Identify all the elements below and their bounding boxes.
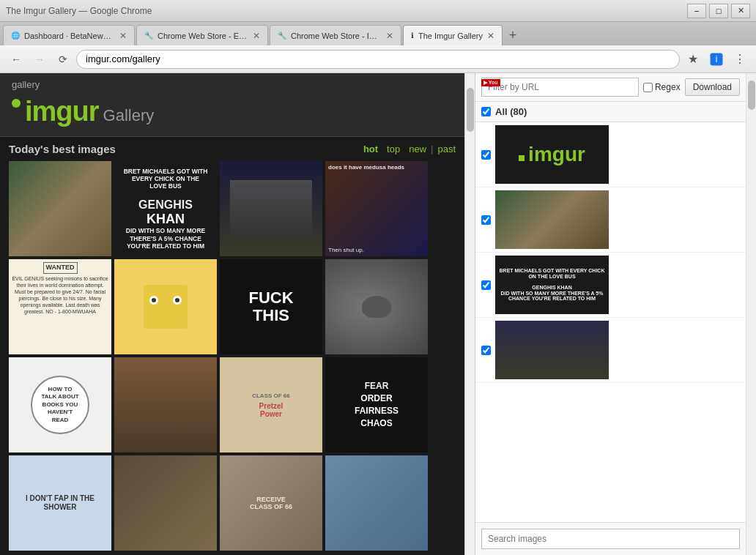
- nav-top[interactable]: top: [387, 144, 400, 154]
- download-button[interactable]: Download: [685, 78, 740, 96]
- nav-new[interactable]: new: [409, 144, 426, 154]
- menu-icon[interactable]: ⋮: [730, 49, 750, 70]
- tab-webstore1[interactable]: 🔧 Chrome Web Store - Exten... ✕: [136, 25, 268, 45]
- tab-bar: 🌐 Dashboard · BetaNews — ✕ 🔧 Chrome Web …: [0, 22, 756, 45]
- image-checkbox[interactable]: [481, 150, 491, 160]
- page-scrollbar[interactable]: [464, 73, 475, 555]
- window-title: The Imgur Gallery — Google Chrome: [6, 6, 152, 16]
- regex-text: Regex: [655, 82, 681, 92]
- imgur-main-page: gallery imgur Gallery Today's best image…: [0, 73, 464, 555]
- tab-icon: 🔧: [144, 31, 153, 40]
- ext-image-thumb-imgur: imgur: [495, 125, 609, 184]
- nav-past[interactable]: past: [437, 144, 456, 154]
- grid-cell-paris[interactable]: [325, 455, 428, 551]
- nav-hot[interactable]: hot: [363, 144, 378, 154]
- ext-image-row-genghis[interactable]: BRET MICHAELS GOT WITH EVERY CHICK ON TH…: [475, 253, 746, 318]
- regex-checkbox[interactable]: [643, 83, 653, 92]
- nav-separator: |: [431, 144, 433, 154]
- tab-label: Chrome Web Store - Exten...: [158, 31, 248, 40]
- imgur-logo-text: imgur: [12, 96, 99, 127]
- search-images-input[interactable]: [481, 529, 740, 549]
- tab-icon: ℹ: [411, 31, 414, 40]
- ext-image-thumb-concert: ▶ You: [495, 321, 609, 379]
- imgur-logo-dot: [12, 99, 21, 108]
- grid-cell-game[interactable]: does it have medusa heads Then shut up.: [325, 161, 428, 256]
- ext-image-row-imgur[interactable]: imgur: [475, 122, 746, 187]
- minimize-button[interactable]: −: [687, 4, 706, 18]
- tab-label: Dashboard · BetaNews —: [24, 31, 115, 40]
- section-title: Today's best images: [9, 143, 116, 155]
- grid-cell-shower[interactable]: I DON'T FAP IN THE SHOWER: [9, 455, 111, 551]
- all-checkbox[interactable]: [481, 107, 491, 116]
- grid-cell-genghis[interactable]: BRET MICHAELS GOT WITHEVERY CHICK ON THE…: [114, 161, 217, 256]
- tab-label: The Imgur Gallery: [418, 31, 483, 40]
- page-content: gallery imgur Gallery Today's best image…: [0, 73, 756, 555]
- window-controls: − □ ✕: [687, 4, 750, 18]
- section-nav: hot top new | past: [363, 144, 456, 154]
- reload-button[interactable]: ⟳: [53, 49, 73, 70]
- page-header: gallery imgur Gallery: [0, 73, 464, 137]
- tab-close-icon[interactable]: ✕: [487, 31, 494, 41]
- grid-cell-cat[interactable]: [325, 259, 428, 354]
- grid-cell-guys[interactable]: [114, 357, 217, 452]
- grid-cell-fword[interactable]: FUCKTHIS: [220, 259, 322, 354]
- nav-bar: ← → ⟳ ★ i ⋮: [0, 45, 756, 73]
- tab-icon: 🔧: [278, 31, 286, 40]
- forward-button[interactable]: →: [29, 49, 50, 70]
- extension-scrollbar[interactable]: [746, 73, 756, 555]
- ext-scrollbar-thumb[interactable]: [748, 81, 755, 110]
- filter-input[interactable]: [481, 78, 639, 97]
- extension-panel: Regex Download All (80): [475, 73, 746, 555]
- all-images-row: All (80): [475, 102, 746, 122]
- bookmark-icon[interactable]: ★: [683, 49, 703, 70]
- content-area: Today's best images hot top new | past: [0, 137, 464, 555]
- ext-image-row-bird[interactable]: [475, 187, 746, 253]
- tab-dashboard[interactable]: 🌐 Dashboard · BetaNews — ✕: [3, 25, 135, 45]
- maximize-button[interactable]: □: [709, 4, 728, 18]
- tab-webstore2[interactable]: 🔧 Chrome Web Store - Imag... ✕: [270, 25, 401, 45]
- ext-image-thumb-bird: [495, 190, 609, 249]
- image-checkbox[interactable]: [481, 280, 491, 290]
- page-breadcrumb: gallery: [12, 79, 453, 90]
- new-tab-button[interactable]: +: [504, 26, 522, 44]
- image-grid: BRET MICHAELS GOT WITHEVERY CHICK ON THE…: [9, 161, 456, 551]
- image-checkbox[interactable]: [481, 215, 491, 225]
- grid-cell-pretz[interactable]: CLASS OF 66 PretzelPower: [220, 357, 322, 452]
- close-button[interactable]: ✕: [731, 4, 750, 18]
- tab-icon: 🌐: [11, 31, 20, 40]
- search-bar-bottom: [475, 522, 746, 555]
- extension-icon[interactable]: i: [706, 49, 727, 70]
- images-list: imgur BRET MICHAELS GOT WITH EVERY CHI: [475, 122, 746, 522]
- section-header: Today's best images hot top new | past: [9, 143, 456, 155]
- regex-label[interactable]: Regex: [643, 82, 681, 92]
- tab-close-icon[interactable]: ✕: [119, 31, 127, 41]
- grid-cell-selfie[interactable]: [114, 455, 217, 551]
- ext-image-row-concert[interactable]: ▶ You: [475, 318, 746, 383]
- ext-image-thumb-genghis: BRET MICHAELS GOT WITH EVERY CHICK ON TH…: [495, 256, 609, 314]
- grid-cell-sponge[interactable]: [114, 259, 217, 354]
- grid-cell-bird[interactable]: [9, 161, 111, 256]
- all-images-label: All (80): [495, 106, 527, 117]
- browser-frame: The Imgur Gallery — Google Chrome − □ ✕ …: [0, 0, 756, 555]
- scrollbar-thumb[interactable]: [467, 88, 474, 132]
- grid-cell-wanted[interactable]: WANTED EVIL GENIUS seeking minions to sa…: [9, 259, 111, 354]
- tab-imgur[interactable]: ℹ The Imgur Gallery ✕: [403, 25, 503, 45]
- imgur-logo-area: imgur Gallery: [12, 93, 453, 130]
- image-checkbox[interactable]: [481, 346, 491, 355]
- tab-close-icon[interactable]: ✕: [386, 31, 393, 41]
- grid-cell-concert[interactable]: [220, 161, 322, 256]
- tab-close-icon[interactable]: ✕: [253, 31, 260, 41]
- extension-toolbar: Regex Download: [475, 73, 746, 102]
- title-bar: The Imgur Gallery — Google Chrome − □ ✕: [0, 0, 756, 22]
- address-bar[interactable]: [76, 50, 680, 69]
- back-button[interactable]: ←: [6, 49, 26, 70]
- grid-cell-howto[interactable]: HOW TOTALK ABOUTBOOKS YOUHAVEN'TREAD: [9, 357, 111, 452]
- right-panel: Regex Download All (80): [475, 73, 756, 555]
- grid-cell-classof[interactable]: RECEIVECLASS OF 66: [220, 455, 322, 551]
- grid-cell-chaos[interactable]: FEARORDERFAIRNESSCHAOS: [325, 357, 428, 452]
- gallery-subtitle: Gallery: [103, 106, 155, 125]
- tab-label: Chrome Web Store - Imag...: [291, 31, 382, 40]
- svg-text:i: i: [716, 54, 718, 64]
- nav-icons: ★ i ⋮: [683, 49, 750, 70]
